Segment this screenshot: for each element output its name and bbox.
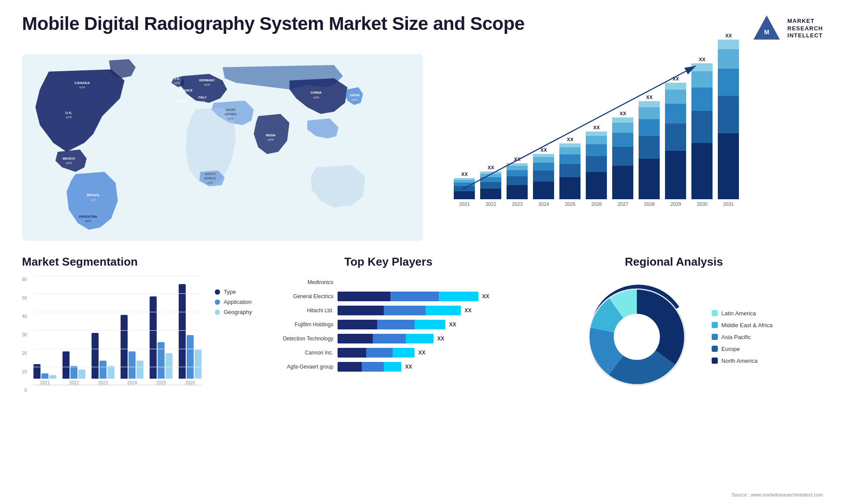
- bar-chart-section: XX 2021 XX: [441, 53, 823, 242]
- svg-text:xx%: xx%: [66, 161, 72, 165]
- svg-text:xx%: xx%: [268, 138, 274, 142]
- svg-text:xx%: xx%: [352, 98, 358, 102]
- svg-point-44: [614, 314, 660, 360]
- seg-bar-2025: 2025: [150, 296, 173, 385]
- segmentation-title: Market Segmentation: [22, 255, 252, 269]
- svg-text:xx%: xx%: [180, 104, 186, 107]
- svg-text:INDIA: INDIA: [266, 133, 276, 137]
- top-section: CANADA xx% U.S. xx% MEXICO xx% BRAZIL xx…: [22, 53, 823, 242]
- regional-section: Regional Analysis: [516, 255, 823, 475]
- player-row-agfa: Agfa-Gevaert group XX: [269, 362, 507, 372]
- regional-title: Regional Analysis: [525, 255, 823, 269]
- header: Mobile Digital Radiography System Market…: [22, 13, 823, 44]
- player-name-fujifilm: Fujifilm Holdings: [269, 321, 333, 328]
- svg-text:xx%: xx%: [228, 117, 234, 121]
- seg-bar-2023: 2023: [92, 333, 114, 385]
- svg-text:FRANCE: FRANCE: [180, 89, 193, 92]
- svg-text:xx%: xx%: [199, 100, 206, 104]
- bar-2031: XX 2031: [718, 33, 739, 207]
- player-name-detection: Detection Technology: [269, 336, 333, 342]
- seg-legend-application: Application: [215, 299, 252, 305]
- svg-text:xx%: xx%: [79, 86, 85, 89]
- player-row-fujifilm: Fujifilm Holdings XX: [269, 320, 507, 329]
- legend-north-america: North America: [712, 358, 772, 364]
- svg-text:M: M: [764, 29, 769, 36]
- svg-text:xx%: xx%: [207, 181, 213, 185]
- geography-color-dot: [215, 310, 220, 315]
- map-section: CANADA xx% U.S. xx% MEXICO xx% BRAZIL xx…: [22, 53, 423, 242]
- bar-2024: XX 2024: [533, 147, 554, 207]
- legend-latin-america: Latin America: [712, 310, 772, 317]
- logo-text: MARKET RESEARCH INTELLECT: [787, 18, 823, 40]
- svg-text:CHINA: CHINA: [311, 91, 322, 95]
- svg-text:GERMANY: GERMANY: [199, 79, 215, 82]
- map-container: CANADA xx% U.S. xx% MEXICO xx% BRAZIL xx…: [22, 53, 423, 242]
- seg-bar-2026: 2026: [179, 284, 202, 385]
- seg-bar-2021: 2021: [33, 364, 56, 385]
- svg-text:xx%: xx%: [66, 116, 72, 119]
- page-container: Mobile Digital Radiography System Market…: [0, 0, 845, 504]
- svg-text:xx%: xx%: [183, 94, 189, 97]
- legend-europe: Europe: [712, 346, 772, 352]
- bottom-section: Market Segmentation 60 50 40 30 20 10 0: [22, 255, 823, 475]
- svg-text:SOUTH: SOUTH: [205, 172, 216, 176]
- bar-2026: XX 2026: [586, 125, 607, 207]
- seg-bar-2022: 2022: [62, 351, 85, 385]
- logo-icon: M: [751, 13, 782, 44]
- seg-legend-geography: Geography: [215, 309, 252, 315]
- player-row-detection: Detection Technology XX: [269, 334, 507, 343]
- svg-text:xx%: xx%: [204, 83, 210, 87]
- seg-legend: Type Application Geography: [215, 289, 252, 315]
- bar-2028: XX 2028: [639, 95, 660, 207]
- bar-2027: XX 2027: [612, 111, 633, 207]
- svg-text:ARGENTINA: ARGENTINA: [79, 215, 97, 219]
- bar-2021: XX 2021: [454, 172, 475, 207]
- svg-text:SPAIN: SPAIN: [178, 99, 187, 103]
- svg-text:xx%: xx%: [85, 219, 91, 223]
- svg-text:CANADA: CANADA: [74, 81, 90, 85]
- svg-text:ARABIA: ARABIA: [224, 113, 237, 116]
- application-color-dot: [215, 299, 220, 305]
- players-section: Top Key Players Medtronics General Elect…: [261, 255, 516, 475]
- svg-text:JAPAN: JAPAN: [349, 94, 360, 97]
- svg-text:U.S.: U.S.: [65, 111, 72, 115]
- bar-2022: XX 2022: [480, 165, 501, 207]
- svg-text:SAUDI: SAUDI: [226, 108, 235, 112]
- north-america-color: [712, 358, 718, 364]
- svg-text:AFRICA: AFRICA: [204, 177, 216, 180]
- donut-chart: [575, 275, 698, 398]
- logo-area: M MARKET RESEARCH INTELLECT: [751, 13, 823, 44]
- svg-text:xx%: xx%: [174, 81, 180, 85]
- svg-text:xx%: xx%: [90, 198, 96, 202]
- bar-2023: XX 2023: [507, 157, 528, 207]
- player-row-ge: General Electrics XX: [269, 292, 507, 301]
- europe-color: [712, 346, 718, 352]
- donut-legend: Latin America Middle East & Africa Asia …: [712, 310, 772, 364]
- latin-america-color: [712, 310, 718, 316]
- svg-text:U.K.: U.K.: [174, 77, 180, 80]
- player-name-ge: General Electrics: [269, 293, 333, 299]
- bar-2029: XX 2029: [665, 76, 686, 207]
- player-row-medtronics: Medtronics: [269, 278, 507, 287]
- middle-east-color: [712, 322, 718, 328]
- legend-asia-pacific: Asia Pacific: [712, 334, 772, 340]
- world-map-svg: CANADA xx% U.S. xx% MEXICO xx% BRAZIL xx…: [22, 53, 423, 242]
- seg-bar-2024: 2024: [121, 315, 143, 385]
- player-name-cannon: Cannon Inc.: [269, 350, 333, 356]
- player-row-cannon: Cannon Inc. XX: [269, 348, 507, 358]
- bar-2030: XX 2030: [691, 57, 713, 207]
- donut-area: Latin America Middle East & Africa Asia …: [525, 275, 823, 398]
- source-text: Source : www.marketresearchintellect.com: [731, 492, 823, 497]
- player-name-hitachi: Hitachi Ltd.: [269, 307, 333, 314]
- player-name-agfa: Agfa-Gevaert group: [269, 364, 333, 370]
- segmentation-section: Market Segmentation 60 50 40 30 20 10 0: [22, 255, 261, 475]
- players-title: Top Key Players: [269, 255, 507, 269]
- seg-legend-type: Type: [215, 289, 252, 295]
- svg-text:ITALY: ITALY: [198, 96, 207, 99]
- svg-text:MEXICO: MEXICO: [62, 157, 75, 161]
- page-title: Mobile Digital Radiography System Market…: [22, 13, 525, 34]
- legend-middle-east-africa: Middle East & Africa: [712, 322, 772, 329]
- player-row-hitachi: Hitachi Ltd. XX: [269, 306, 507, 315]
- svg-text:xx%: xx%: [313, 96, 320, 99]
- bar-2025: XX 2025: [559, 137, 580, 207]
